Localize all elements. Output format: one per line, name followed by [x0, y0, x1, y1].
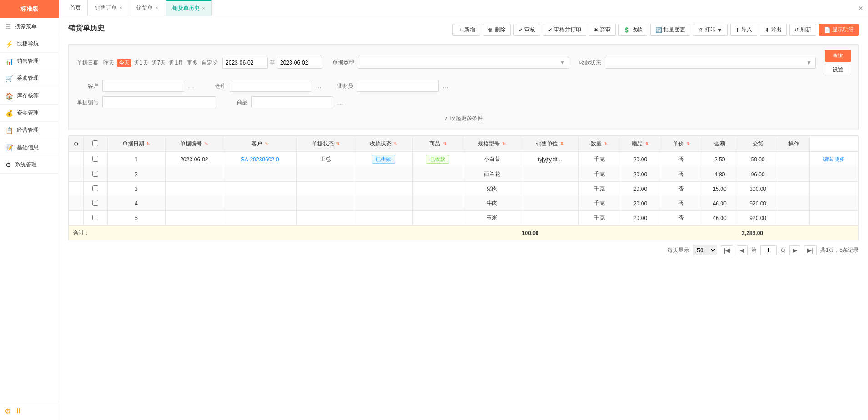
date-from-input[interactable] — [222, 57, 268, 69]
tab-sales-invoice-close[interactable]: × — [156, 5, 158, 10]
row-doc-no-0[interactable]: SA-20230602-0 — [223, 152, 297, 167]
table-col-gift[interactable]: 赠品 ⇅ — [620, 136, 661, 152]
sidebar-settings-icon[interactable]: ⚙ — [5, 407, 11, 415]
table-col-sale-unit[interactable]: 销售单位 ⇅ — [521, 136, 579, 152]
row-transaction-2 — [778, 182, 810, 196]
delete-button[interactable]: 🗑 删除 — [483, 24, 511, 36]
date-shortcut-1day[interactable]: 近1天 — [133, 59, 149, 67]
print-button[interactable]: 🖨 打印 ▼ — [693, 24, 728, 36]
show-detail-button[interactable]: 📄 显示明细 — [819, 24, 859, 36]
row-checkbox-1[interactable] — [84, 167, 108, 182]
next-page-button[interactable]: ▶ — [789, 245, 800, 255]
page-size-select[interactable]: 50 100 200 — [693, 245, 717, 255]
sidebar-pause-icon[interactable]: ⏸ — [15, 407, 22, 415]
date-shortcut-1month[interactable]: 近1月 — [168, 59, 184, 67]
sidebar-item-sales-mgmt[interactable]: 📊 销售管理 — [0, 53, 59, 70]
select-all-checkbox[interactable] — [92, 140, 98, 146]
total-info: 共1页，5条记录 — [820, 246, 859, 254]
tab-sales-order[interactable]: 销售订单 × — [89, 0, 129, 16]
pay-status-select[interactable]: ▼ — [605, 57, 816, 69]
row-qty-0: 20.00 — [620, 152, 661, 167]
warehouse-input[interactable] — [230, 80, 311, 92]
tab-sales-order-close[interactable]: × — [120, 5, 122, 10]
date-shortcut-more[interactable]: 更多 — [186, 59, 199, 67]
table-col-settings[interactable]: ⚙ — [69, 136, 84, 152]
audit-button[interactable]: ✔ 审核 — [513, 24, 540, 36]
tab-home[interactable]: 首页 — [64, 0, 88, 16]
customer-more-icon[interactable]: … — [188, 82, 194, 90]
row-op-更多[interactable]: 更多 — [835, 156, 845, 163]
table-col-checkbox[interactable] — [84, 136, 108, 152]
table-col-goods[interactable]: 商品 ⇅ — [412, 136, 463, 152]
tab-sales-invoice[interactable]: 销货单 × — [130, 0, 165, 16]
sidebar-item-quick-nav[interactable]: ⚡ 快捷导航 — [0, 35, 59, 53]
export-button[interactable]: ⬇ 导出 — [760, 24, 787, 36]
sidebar-item-basic-info[interactable]: 📝 基础信息 — [0, 139, 59, 156]
collect-button[interactable]: 💲 收款 — [618, 24, 647, 36]
page-number-input[interactable] — [760, 245, 777, 255]
page-size-label: 每页显示 — [667, 246, 689, 254]
collapse-button[interactable]: ∧ 收起更多条件 — [442, 113, 485, 124]
show-detail-icon: 📄 — [824, 27, 831, 33]
row-checkbox[interactable] — [92, 200, 98, 206]
row-checkbox-2[interactable] — [84, 182, 108, 196]
row-settings-4 — [69, 211, 84, 225]
row-checkbox[interactable] — [92, 156, 98, 162]
import-button[interactable]: ⬆ 导入 — [730, 24, 757, 36]
last-page-button[interactable]: ▶| — [804, 245, 816, 255]
page-content: 销货单历史 ＋ 新增 🗑 删除 ✔ 审核 ✔ 审核并打印 — [59, 16, 868, 420]
date-to-input[interactable] — [277, 57, 322, 69]
salesperson-more-icon[interactable]: … — [442, 82, 449, 90]
window-close-button[interactable]: ✕ — [858, 5, 863, 12]
goods-more-icon[interactable]: … — [337, 99, 343, 106]
sidebar-item-search-menu[interactable]: ☰ 搜索菜单 — [0, 18, 59, 35]
row-op-编辑[interactable]: 编辑 — [823, 156, 833, 163]
row-checkbox-0[interactable] — [84, 152, 108, 167]
table-col-customer[interactable]: 客户 ⇅ — [223, 136, 297, 152]
batch-change-button[interactable]: 🔄 批量变更 — [650, 24, 690, 36]
row-checkbox[interactable] — [92, 215, 98, 220]
row-checkbox[interactable] — [92, 185, 98, 191]
warehouse-more-icon[interactable]: … — [315, 82, 321, 90]
query-button[interactable]: 查询 — [825, 50, 851, 62]
row-seq-2: 3 — [107, 182, 165, 196]
table-col-unit-price[interactable]: 单价 ⇅ — [661, 136, 702, 152]
date-shortcut-yesterday[interactable]: 昨天 — [102, 59, 115, 67]
date-shortcut-today[interactable]: 今天 — [117, 59, 131, 67]
sidebar-item-sys-mgmt[interactable]: ⚙ 系统管理 — [0, 156, 59, 174]
sidebar-item-inventory[interactable]: 🏠 库存核算 — [0, 87, 59, 105]
data-table: ⚙ 单据日期 ⇅ 单据编号 ⇅ 客户 ⇅ — [69, 136, 858, 225]
table-col-doc-status[interactable]: 单据状态 ⇅ — [297, 136, 355, 152]
refresh-button[interactable]: ↺ 刷新 — [789, 24, 816, 36]
table-col-qty[interactable]: 数量 ⇅ — [579, 136, 620, 152]
sidebar-item-label: 基础信息 — [17, 144, 39, 151]
date-shortcut-custom[interactable]: 自定义 — [201, 59, 219, 67]
sidebar-item-finance-mgmt[interactable]: 💰 资金管理 — [0, 105, 59, 122]
goods-input[interactable] — [251, 96, 333, 108]
table-col-doc-date[interactable]: 单据日期 ⇅ — [107, 136, 165, 152]
table-col-spec[interactable]: 规格型号 ⇅ — [463, 136, 521, 152]
row-checkbox-3[interactable] — [84, 196, 108, 211]
salesperson-input[interactable] — [357, 80, 439, 92]
table-col-pay-status[interactable]: 收款状态 ⇅ — [355, 136, 412, 152]
settings-button[interactable]: 设置 — [825, 64, 851, 75]
tab-sales-history-close[interactable]: × — [202, 6, 205, 11]
customer-input[interactable] — [102, 80, 184, 92]
sales-mgmt-icon: 📊 — [5, 58, 13, 65]
first-page-button[interactable]: |◀ — [721, 245, 733, 255]
prev-page-button[interactable]: ◀ — [737, 245, 748, 255]
new-button[interactable]: ＋ 新增 — [452, 24, 480, 36]
abandon-button[interactable]: ✖ 弃审 — [589, 24, 616, 36]
table-body: 1 2023-06-02 SA-20230602-0 王总 已生效 已收款 小白… — [69, 152, 858, 225]
sidebar-item-purchase-mgmt[interactable]: 🛒 采购管理 — [0, 70, 59, 87]
tab-sales-history[interactable]: 销货单历史 × — [166, 0, 212, 16]
audit-print-button[interactable]: ✔ 审核并打印 — [543, 24, 586, 36]
date-shortcut-7day[interactable]: 近7天 — [151, 59, 167, 67]
row-checkbox-4[interactable] — [84, 211, 108, 225]
table-col-doc-no[interactable]: 单据编号 ⇅ — [165, 136, 223, 152]
doc-no-input[interactable] — [102, 96, 216, 108]
row-checkbox[interactable] — [92, 171, 98, 177]
doc-type-select[interactable]: ▼ — [358, 57, 569, 69]
sidebar-item-ops-mgmt[interactable]: 📋 经营管理 — [0, 122, 59, 139]
filter-area: 单据日期 昨天 今天 近1天 近7天 近1月 更多 自定义 至 — [68, 44, 859, 130]
